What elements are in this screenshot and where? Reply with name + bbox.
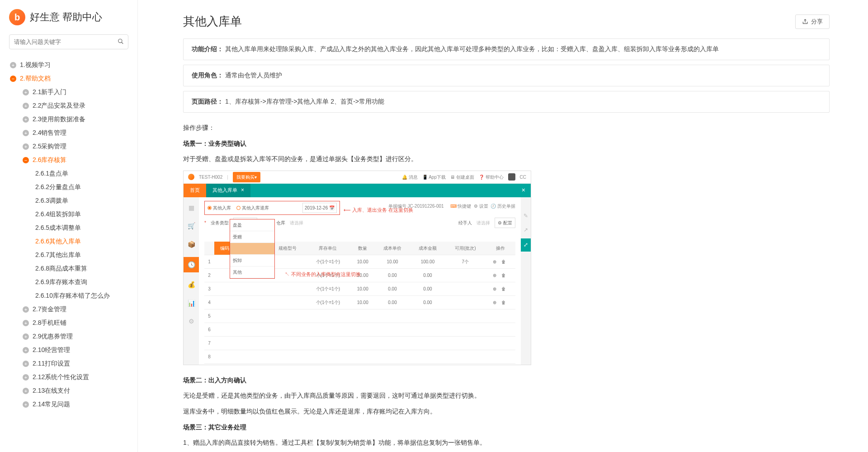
brand-logo-icon: b [9,9,25,25]
ss-th-attr: 规格型号 [270,242,305,255]
nav-2-9[interactable]: +2.9优惠券管理 [23,333,133,341]
share-icon [802,19,808,25]
ss-rb-icon: ↗ [524,225,528,235]
sidebar: b 好生意 帮助中心 +1.视频学习 −2.帮助文档 +2.1新手入门 +2.2… [0,0,138,452]
ss-radio-in: 其他入库 [208,204,231,212]
ss-nav-icon: 📊 [188,297,195,309]
ss-close-all-icon: × [516,184,531,196]
ss-th-avail: 可用(批次) [445,242,486,255]
ss-nav-icon: 💰 [188,279,195,291]
ss-avatar-icon [508,173,515,181]
ss-leftbar: ▦ 🛒 📦 🕓 💰 📊 ⚙ [184,197,199,365]
nav-2-3[interactable]: +2.3使用前数据准备 [23,115,133,124]
ss-row: 5 [204,309,515,323]
nav-2-6-7[interactable]: 2.6.7其他出库单 [35,251,133,259]
nav-2-12[interactable]: +2.12系统个性化设置 [23,373,133,381]
nav-2-8[interactable]: +2.8手机旺铺 [23,319,133,327]
ss-annotation-2: ↖ 不同业务的入库类型在这里切换 [285,270,361,279]
ss-dd-item: 其他 [230,266,274,278]
ss-th-op: 操作 [486,242,515,255]
ss-msg: 🔔 消息 [402,173,418,181]
scene1-title: 场景一：业务类型确认 [183,140,246,147]
nav-2-6-4[interactable]: 2.6.4组装拆卸单 [35,210,133,219]
ss-dd-item: 盘盈 [230,219,274,231]
nav-2-5[interactable]: +2.5采购管理 [23,143,133,151]
minus-icon: − [23,157,29,163]
nav-2-6-2[interactable]: 2.6.2分量盘点单 [35,183,133,191]
ss-row: 9 [204,363,515,365]
plus-icon: + [23,374,29,381]
ss-maker-ph: 请选择 [476,219,490,227]
nav-2-4[interactable]: +2.4销售管理 [23,129,133,137]
ss-wh-ph: 请选择 [290,219,303,227]
ss-nav-icon: 📦 [188,238,195,251]
ss-nav-icon: ⚙ [189,315,194,328]
svg-point-0 [118,39,122,43]
ss-config-button: ⚙ 配置 [495,218,515,228]
nav-2-1[interactable]: +2.1新手入门 [23,88,133,96]
plus-icon: + [23,116,29,123]
nav-2-6[interactable]: −2.6库存核算 [23,156,133,164]
intro-box: 功能介绍：其他入库单用来处理除采购入库、产成品入库之外的其他入库业务，因此其他入… [183,38,830,60]
nav-2-6-3[interactable]: 2.6.3调拨单 [35,197,133,205]
ss-tab-doc: 其他入库单 [206,184,250,197]
nav-2-6-9[interactable]: 2.6.9库存账本查询 [35,278,133,286]
ss-tool-1: 快捷键 [458,204,471,209]
ss-tool-2: 设置 [479,204,488,209]
ss-wh-label: 仓库 [276,219,285,227]
ss-env: TEST-H002 [199,173,222,181]
nav-2-6-5[interactable]: 2.6.5成本调整单 [35,224,133,232]
ss-nav-icon: 🛒 [188,220,195,232]
nav-video[interactable]: +1.视频学习 [10,61,133,69]
plus-icon: + [23,388,29,394]
search-icon[interactable] [118,38,124,46]
nav-2-11[interactable]: +2.11打印设置 [23,360,133,368]
intro-text: 其他入库单用来处理除采购入库、产成品入库之外的其他入库业务，因此其他入库单可处理… [225,45,719,52]
ss-user: CC [520,173,526,181]
nav-2-6-1[interactable]: 2.6.1盘点单 [35,170,133,178]
plus-icon: + [10,62,16,68]
nav-2-13[interactable]: +2.13在线支付 [23,387,133,395]
ss-desktop: 🖥 创建桌面 [450,173,474,181]
path-text: 1、库存核算->库存管理->其他入库单 2、首页->常用功能 [225,98,384,105]
ss-rb-icon: ⤢ [521,238,531,252]
nav-docs[interactable]: −2.帮助文档 [10,75,133,83]
search-input[interactable] [9,34,128,49]
steps-label: 操作步骤： [183,122,830,134]
ss-th-unit: 库存单位 [305,242,350,255]
brand-title: 好生意 帮助中心 [30,10,102,24]
plus-icon: + [23,347,29,353]
ss-biztype-label: 业务类型 [211,219,229,227]
ss-row: 4个(1个=1个)10.000.000.00⊕ 🗑 [204,295,515,309]
plus-icon: + [23,89,29,95]
scene1-text: 对于受赠、盘盈或是拆装入库等不同的业务，是通过单据头【业务类型】进行区分。 [183,153,830,165]
nav-2-6-6[interactable]: 2.6.6其他入库单 [35,238,133,246]
nav-2-6-10[interactable]: 2.6.10库存账本错了怎么办 [35,292,133,300]
ss-row: 3个(1个=1个)10.000.000.00⊕ 🗑 [204,282,515,295]
scene2-p2: 退库业务中，明细数量均以负值红色展示。无论是入库还是退库，库存账均记在入库方向。 [183,405,830,418]
plus-icon: + [23,103,29,109]
ss-rightbar: ✎ ↗ ⤢ [521,197,531,365]
ss-nav-icon: ▦ [189,202,194,214]
embedded-screenshot: TEST-H002 | 我要购买▾ 🔔 消息 📱 App下载 🖥 创建桌面 ❓ … [183,171,531,365]
ss-buy-button: 我要购买▾ [233,172,260,182]
nav-2-2[interactable]: +2.2产品安装及登录 [23,102,133,110]
plus-icon: + [23,130,29,136]
nav-2-10[interactable]: +2.10经营管理 [23,346,133,354]
nav-2-6-8[interactable]: 2.6.8商品成本重算 [35,265,133,273]
role-label: 使用角色： [192,71,223,79]
ss-logo-icon [188,174,194,180]
ss-maker-label: 经手人 [458,219,472,227]
nav-2-7[interactable]: +2.7资金管理 [23,305,133,314]
plus-icon: + [23,306,29,313]
plus-icon: + [23,361,29,367]
ss-biztype-dropdown: 盘盈 受赠 拆卸 其他 [230,219,275,279]
ss-radio-return: 其他入库退库 [236,204,269,212]
plus-icon: + [23,143,29,150]
ss-tool-3: 历史单据 [497,204,515,209]
brand: b 好生意 帮助中心 [5,9,133,25]
ss-app: 📱 App下载 [422,173,446,181]
nav-2-14[interactable]: +2.14常见问题 [23,400,133,409]
share-button[interactable]: 分享 [795,14,830,29]
ss-th-price: 成本单价 [375,242,410,255]
